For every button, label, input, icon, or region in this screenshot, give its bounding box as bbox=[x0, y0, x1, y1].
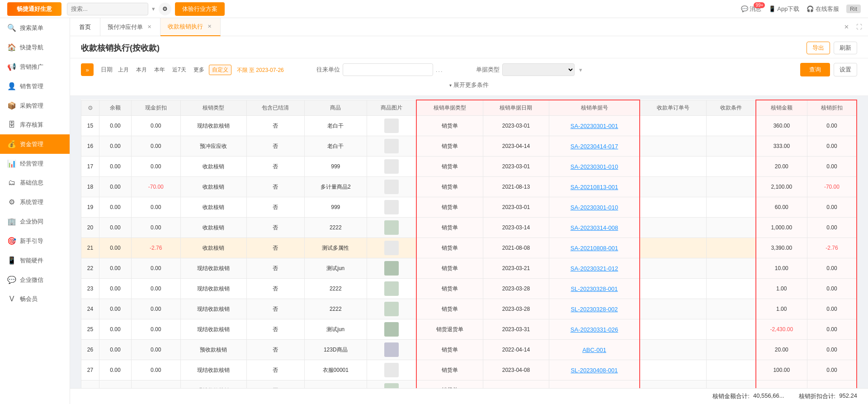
solution-button[interactable]: 体验行业方案 bbox=[175, 2, 225, 16]
sidebar-item-guide[interactable]: 🎯 新手引导 bbox=[0, 231, 70, 251]
col-discount: 核销折扣 bbox=[807, 100, 857, 116]
sidebar-item-search[interactable]: 🔍 搜索菜单 bbox=[0, 18, 70, 38]
footer-discount-value: 952.24 bbox=[839, 392, 857, 400]
filter-collapse-button[interactable]: » bbox=[81, 63, 94, 76]
tabbar-controls: ✕ ⛶ bbox=[841, 22, 868, 33]
doc-no-link[interactable]: SA-20230301-010 bbox=[571, 204, 618, 211]
page-header: 收款核销执行(按收款) 导出 刷新 bbox=[70, 36, 868, 58]
maximize-button[interactable]: ⛶ bbox=[854, 22, 864, 33]
footer-amount-label: 核销金额合计: bbox=[712, 392, 750, 400]
doc-no-link[interactable]: ABC-001 bbox=[582, 347, 606, 353]
data-table: ⚙ 余额 现金折扣 核销类型 包含已结清 商品 商品图片 核销单据类型 核销单据… bbox=[81, 100, 857, 388]
col-doc-type: 核销单据类型 bbox=[416, 100, 483, 116]
sidebar-item-vip[interactable]: V 畅会员 bbox=[0, 290, 70, 309]
topbar-gear-icon[interactable]: ⚙ bbox=[159, 3, 171, 15]
counterpart-dots: ... bbox=[436, 67, 443, 73]
doc-no-link[interactable]: SA-20210808-001 bbox=[571, 245, 618, 252]
inventory-icon: 🗄 bbox=[7, 121, 16, 129]
doc-no-link[interactable]: SA-20230414-017 bbox=[571, 143, 618, 150]
tab-prepaid[interactable]: 预付冲应付单 ✕ bbox=[100, 18, 160, 36]
close-window-button[interactable]: ✕ bbox=[841, 22, 852, 33]
setting-button[interactable]: 设置 bbox=[834, 63, 857, 76]
sidebar-item-marketing[interactable]: 📢 营销推广 bbox=[0, 57, 70, 76]
sidebar-item-finance[interactable]: 💰 资金管理 bbox=[0, 134, 70, 154]
col-included: 包含已结清 bbox=[247, 100, 305, 116]
doc-no-link[interactable]: SL-20230328-002 bbox=[571, 306, 618, 313]
sidebar-item-system[interactable]: ⚙ 系统管理 bbox=[0, 192, 70, 212]
table-header-row: ⚙ 余额 现金折扣 核销类型 包含已结清 商品 商品图片 核销单据类型 核销单据… bbox=[81, 100, 857, 116]
doc-no-link[interactable]: SA-20230301-010 bbox=[571, 163, 618, 170]
topbar-dropdown-icon[interactable]: ▾ bbox=[152, 5, 155, 12]
table-row: 210.00-2.76收款核销否测试多属性销货单2021-08-08SA-202… bbox=[81, 238, 857, 258]
sidebar-item-hardware[interactable]: 📱 智能硬件 bbox=[0, 251, 70, 270]
message-badge: 99+ bbox=[754, 2, 765, 8]
col-cash-discount: 现金折扣 bbox=[131, 100, 180, 116]
table-row: 220.000.00现结收款核销否测试jun销货单2023-03-21SA-20… bbox=[81, 258, 857, 279]
doc-no-link[interactable]: SA-20230321-012 bbox=[571, 265, 618, 272]
table-row: 260.000.00预收款核销否123D商品销货单2022-04-14ABC-0… bbox=[81, 340, 857, 360]
tab-close-prepaid[interactable]: ✕ bbox=[146, 24, 153, 31]
basics-icon: 🗂 bbox=[7, 179, 16, 187]
tab-close-collection[interactable]: ✕ bbox=[206, 23, 213, 30]
sidebar-item-sales[interactable]: 👤 销售管理 bbox=[0, 76, 70, 96]
filter-area: » 日期 上月 本月 本年 近7天 更多 自定义 不限 至 2023-07-26 bbox=[70, 58, 868, 96]
col-balance: 余额 bbox=[99, 100, 132, 116]
topbar-search-input[interactable] bbox=[67, 3, 148, 15]
chevron-down-icon: ▾ bbox=[449, 83, 452, 88]
sidebar-item-inventory[interactable]: 🗄 库存核算 bbox=[0, 115, 70, 134]
doc-no-link[interactable]: SL-20230328-001 bbox=[571, 285, 618, 292]
doc-no-link[interactable]: SA-20230331-026 bbox=[571, 326, 618, 333]
date-nav: 上月 本月 本年 近7天 更多 自定义 bbox=[115, 65, 231, 75]
date-last-month[interactable]: 上月 bbox=[115, 65, 132, 75]
table-container[interactable]: ⚙ 余额 现金折扣 核销类型 包含已结清 商品 商品图片 核销单据类型 核销单据… bbox=[70, 96, 868, 388]
hardware-icon: 📱 bbox=[7, 256, 16, 265]
doc-no-link[interactable]: SL-20230408-001 bbox=[571, 367, 618, 374]
date-this-month[interactable]: 本月 bbox=[133, 65, 150, 75]
table-row: 240.000.00现结收款核销否2222销货单2023-03-28SL-202… bbox=[81, 299, 857, 319]
filter-counterpart: 往来单位 ... bbox=[316, 63, 443, 76]
page-actions: 导出 刷新 bbox=[807, 42, 857, 54]
expand-more-button[interactable]: ▾ 展开更多条件 bbox=[449, 79, 489, 91]
vip-icon: V bbox=[7, 295, 16, 303]
sidebar-item-purchase[interactable]: 📦 采购管理 bbox=[0, 96, 70, 115]
sidebar-item-basics[interactable]: 🗂 基础信息 bbox=[0, 173, 70, 192]
wechat-icon: 💬 bbox=[7, 276, 16, 284]
col-product: 商品 bbox=[304, 100, 367, 116]
finance-icon: 💰 bbox=[7, 140, 16, 148]
filter-slip-type: 单据类型 销货单 销货退货单 ▾ bbox=[476, 63, 582, 76]
doc-no-link[interactable]: SA-20230301-001 bbox=[571, 123, 618, 129]
online-service-link[interactable]: 🎧 在线客服 bbox=[807, 5, 839, 13]
counterpart-input[interactable] bbox=[343, 63, 433, 76]
col-settings[interactable]: ⚙ bbox=[81, 100, 99, 116]
date-more[interactable]: 更多 bbox=[191, 65, 207, 75]
date-this-year[interactable]: 本年 bbox=[151, 65, 168, 75]
tab-collection[interactable]: 收款核销执行 ✕ bbox=[160, 18, 221, 36]
sidebar-item-management[interactable]: 📊 经营管理 bbox=[0, 154, 70, 173]
sidebar-item-corp[interactable]: 🏢 企业协同 bbox=[0, 212, 70, 231]
export-button[interactable]: 导出 bbox=[807, 42, 830, 54]
query-button[interactable]: 查询 bbox=[800, 63, 830, 76]
footer-totals: 核销金额合计: 40,556,66... 核销折扣合计: 952.24 bbox=[712, 392, 857, 400]
table-row: 180.00-70.00收款核销否多计量商品2销货单2021-08-13SA-2… bbox=[81, 177, 857, 197]
sales-icon: 👤 bbox=[7, 82, 16, 90]
sidebar-item-wechat[interactable]: 💬 企业微信 bbox=[0, 270, 70, 290]
refresh-button[interactable]: 刷新 bbox=[834, 42, 857, 54]
slip-type-select[interactable]: 销货单 销货退货单 bbox=[502, 63, 575, 76]
user-avatar[interactable]: Rit bbox=[846, 5, 861, 13]
table-row: 160.000.00预冲应应收否老白干销货单2023-04-14SA-20230… bbox=[81, 136, 857, 157]
sidebar-item-quicknav[interactable]: 🏠 快捷导航 bbox=[0, 38, 70, 57]
message-button[interactable]: 💬 消息 99+ bbox=[741, 5, 762, 13]
app-download-link[interactable]: 📱 App下载 bbox=[769, 5, 799, 13]
col-condition: 收款条件 bbox=[706, 100, 756, 116]
date-7days[interactable]: 近7天 bbox=[170, 65, 189, 75]
doc-no-link[interactable]: SA-20230314-008 bbox=[571, 224, 618, 231]
table-row: 230.000.00现结收款核销否2222销货单2023-03-28SL-202… bbox=[81, 279, 857, 299]
counterpart-label: 往来单位 bbox=[316, 66, 340, 74]
tabbar: 首页 预付冲应付单 ✕ 收款核销执行 ✕ ✕ ⛶ bbox=[70, 18, 868, 36]
tab-home[interactable]: 首页 bbox=[70, 18, 100, 36]
table-row: 270.000.00现结收款核销否衣服00001销货单2023-04-08SL-… bbox=[81, 360, 857, 380]
management-icon: 📊 bbox=[7, 159, 16, 168]
doc-no-link[interactable]: SA-20210813-001 bbox=[571, 184, 618, 190]
date-custom[interactable]: 自定义 bbox=[209, 65, 231, 75]
expand-row: ▾ 展开更多条件 bbox=[81, 79, 857, 91]
